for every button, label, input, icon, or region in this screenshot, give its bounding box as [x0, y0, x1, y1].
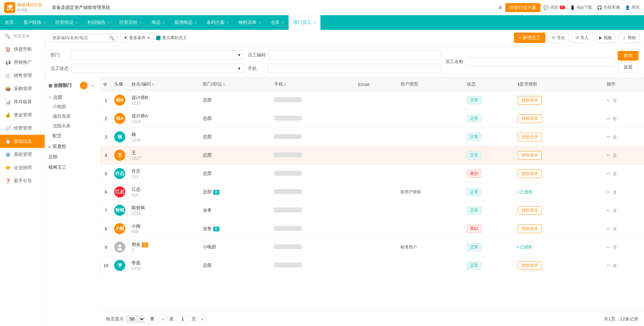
tab-goods[interactable]: 商品×: [147, 15, 170, 30]
edit-icon[interactable]: ✏: [607, 153, 610, 158]
help-button[interactable]: ｜ 帮助: [618, 33, 640, 43]
sidebar-item-basic[interactable]: 📋 基础信息: [0, 135, 45, 148]
tab-dept[interactable]: 部门员工×: [289, 15, 320, 30]
dept-item-shenyang[interactable]: 沈阳大库: [45, 121, 100, 131]
delete-icon[interactable]: 🗑: [613, 190, 617, 195]
tab-history[interactable]: 经营历程×: [115, 15, 146, 30]
user-btn[interactable]: 👤 用友: [625, 5, 640, 10]
first-page-btn[interactable]: 首: [147, 315, 157, 323]
auth-login-button[interactable]: 授权登录: [518, 133, 542, 141]
edit-icon[interactable]: ✏: [607, 263, 610, 268]
delete-icon[interactable]: 🗑: [613, 245, 617, 250]
more-filters-btn[interactable]: ▼ 更多条件 ∧: [120, 33, 153, 43]
tab-home[interactable]: 首页: [0, 15, 19, 30]
tab-material[interactable]: 物料清单×: [234, 15, 265, 30]
phone-input[interactable]: [268, 64, 441, 73]
dept-group-label-zhishu[interactable]: 植树王三: [45, 163, 100, 172]
delete-icon[interactable]: 🗑: [613, 134, 617, 140]
close-icon[interactable]: ×: [282, 20, 284, 25]
per-page-select[interactable]: 50 100: [126, 315, 145, 323]
delete-icon[interactable]: 🗑: [613, 226, 617, 231]
tab-warehouse[interactable]: 仓库×: [266, 15, 289, 30]
show-resigned-checkbox-label[interactable]: 显示离职员工: [156, 35, 187, 41]
tab-business[interactable]: 经营情况×: [51, 15, 82, 30]
online-service-btn[interactable]: 🎧 在线客服: [597, 5, 620, 10]
auth-login-button[interactable]: 授权登录: [518, 261, 542, 270]
tab-newgoods[interactable]: 新增商品×: [170, 15, 201, 30]
view-button[interactable]: ▶ 视频: [595, 33, 616, 43]
dept-collapse-btn[interactable]: «: [89, 82, 97, 89]
close-icon[interactable]: ×: [258, 20, 261, 25]
search-submit-icon[interactable]: 🔍: [109, 35, 115, 41]
close-icon[interactable]: ×: [75, 20, 78, 25]
tab-profit[interactable]: 利润报告×: [83, 15, 115, 30]
edit-icon[interactable]: ✏: [607, 134, 610, 140]
dept-add-btn[interactable]: +: [80, 82, 88, 89]
empcode-input[interactable]: [269, 50, 441, 60]
edit-icon[interactable]: ✏: [607, 226, 610, 231]
add-employee-button[interactable]: + 新增员工: [514, 33, 545, 43]
tab-barcode[interactable]: 条码方案×: [202, 15, 234, 30]
dept-group-label-shuanglu[interactable]: ▶ 双鹿想: [45, 142, 100, 151]
auth-login-button[interactable]: 授权登录: [518, 224, 542, 233]
import-button[interactable]: ↺ 导入: [572, 33, 592, 43]
edit-icon[interactable]: ✏: [607, 116, 610, 121]
edit-icon[interactable]: ✏: [607, 245, 610, 250]
th-dept[interactable]: 部门/职位⇅: [200, 78, 271, 91]
empname-input[interactable]: [466, 57, 615, 67]
edit-icon[interactable]: ✏: [607, 208, 610, 213]
sidebar-item-finance[interactable]: 💰 资金管理: [0, 108, 45, 122]
sidebar-search[interactable]: 🔍 搜索菜单: [0, 30, 45, 43]
dept-item-xiaodian[interactable]: 小电部: [45, 102, 100, 112]
delete-icon[interactable]: 🗑: [613, 263, 617, 268]
delete-icon[interactable]: 🗑: [613, 153, 617, 158]
sidebar-item-marketing[interactable]: 📢 营销推广: [0, 56, 45, 69]
sidebar-item-operation[interactable]: 📈 经营管理: [0, 122, 45, 135]
edit-icon[interactable]: ✏: [607, 98, 610, 103]
close-icon[interactable]: ×: [139, 20, 142, 25]
delete-icon[interactable]: 🗑: [613, 98, 617, 103]
close-icon[interactable]: ×: [227, 20, 229, 25]
edit-icon[interactable]: ✏: [607, 190, 610, 195]
status-select[interactable]: ▾: [71, 64, 244, 73]
dept-group-label-zb2[interactable]: 总部: [45, 152, 100, 161]
sidebar-item-quicknav[interactable]: 🏠 快捷导航: [0, 43, 45, 56]
close-icon[interactable]: ×: [314, 20, 316, 25]
export-button[interactable]: ↻ 导出: [548, 33, 569, 43]
edit-icon[interactable]: ✏: [607, 171, 610, 176]
prev-page-btn[interactable]: ‹: [160, 315, 167, 323]
tab-customer[interactable]: 客户联络×: [19, 15, 51, 30]
close-icon[interactable]: ×: [108, 20, 110, 25]
sidebar-item-collab[interactable]: 🤝 企业协同: [0, 161, 45, 174]
dept-all-btn[interactable]: ⊞ 全部部门: [48, 82, 72, 89]
sidebar-item-system[interactable]: ⚙️ 系统管理: [0, 148, 45, 161]
app-download-btn[interactable]: 📱 App下载: [570, 5, 592, 10]
sidebar-item-inventory[interactable]: 📊 库存核算: [0, 95, 45, 108]
close-icon[interactable]: ×: [194, 20, 197, 25]
search-input[interactable]: [52, 35, 108, 40]
close-icon[interactable]: ×: [163, 20, 165, 25]
delete-icon[interactable]: 🗑: [613, 116, 617, 121]
sidebar-item-sales[interactable]: 🛒 销售管理: [0, 69, 45, 82]
auth-login-button[interactable]: 授权登录: [518, 96, 542, 105]
dept-item-xiangmu[interactable]: 项目库房: [45, 112, 100, 121]
close-icon[interactable]: ×: [44, 20, 46, 25]
th-phone[interactable]: 手机⇅: [271, 78, 355, 91]
dept-item-peihuo[interactable]: 配货: [45, 131, 100, 141]
delete-icon[interactable]: 🗑: [613, 171, 617, 176]
auth-login-button[interactable]: 授权登录: [518, 114, 542, 123]
sidebar-item-guide[interactable]: ❓ 新手引导: [0, 174, 45, 187]
auth-login-button[interactable]: 授权登录: [518, 151, 542, 160]
sidebar-item-purchase[interactable]: 📦 采购管理: [0, 82, 45, 95]
dept-select[interactable]: ▾: [71, 50, 244, 60]
auth-login-button[interactable]: 授权登录: [518, 206, 542, 215]
delete-icon[interactable]: 🗑: [613, 208, 617, 213]
search-btn[interactable]: 查询: [618, 51, 638, 61]
next-page-btn[interactable]: ›: [198, 315, 206, 323]
page-input[interactable]: [176, 315, 190, 323]
auth-login-button[interactable]: 授权登录: [518, 169, 542, 178]
reset-btn[interactable]: 设置: [618, 62, 638, 72]
dept-group-label-zongbu[interactable]: ▼ 总部: [45, 93, 100, 102]
th-settings[interactable]: ⚙: [100, 78, 111, 91]
th-name[interactable]: 姓名/编码⇅: [129, 78, 200, 91]
